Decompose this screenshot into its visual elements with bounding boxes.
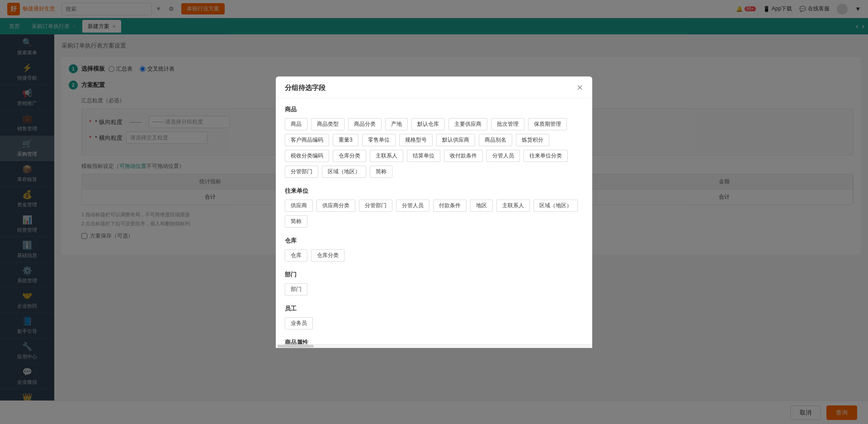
field-tags-4: 业务员 bbox=[285, 317, 583, 329]
modal-title: 分组待选字段 bbox=[285, 84, 326, 92]
field-tag-0-7[interactable]: 保质期管理 bbox=[528, 118, 567, 130]
field-tag-4-0[interactable]: 业务员 bbox=[285, 317, 313, 329]
modal-scroll-x-thumb bbox=[278, 345, 314, 348]
modal-body: 商品商品商品类型商品分类产地默认仓库主要供应商批次管理保质期管理客户商品编码重量… bbox=[276, 98, 592, 345]
modal-scroll-x[interactable] bbox=[276, 344, 592, 348]
field-tag-3-0[interactable]: 部门 bbox=[285, 283, 307, 295]
field-tag-0-4[interactable]: 默认仓库 bbox=[411, 118, 445, 130]
field-tag-0-13[interactable]: 商品别名 bbox=[479, 134, 512, 146]
field-tag-1-4[interactable]: 付款条件 bbox=[433, 200, 467, 212]
field-tag-0-8[interactable]: 客户商品编码 bbox=[285, 134, 329, 146]
modal-overlay: 分组待选字段 ✕ 商品商品商品类型商品分类产地默认仓库主要供应商批次管理保质期管… bbox=[0, 0, 868, 424]
field-tag-1-0[interactable]: 供应商 bbox=[285, 200, 313, 212]
field-tag-1-6[interactable]: 主联系人 bbox=[496, 200, 530, 212]
field-group-2: 仓库仓库仓库分类 bbox=[285, 237, 583, 262]
field-tag-0-21[interactable]: 往来单位分类 bbox=[524, 150, 568, 162]
field-tag-1-1[interactable]: 供应商分类 bbox=[316, 200, 355, 212]
field-group-title-4: 员工 bbox=[285, 305, 583, 313]
field-group-title-2: 仓库 bbox=[285, 237, 583, 245]
field-group-5: 商品属性属性颜色多规格尺码鞋码1 bbox=[285, 338, 583, 345]
field-tag-0-11[interactable]: 规格型号 bbox=[399, 134, 433, 146]
field-tag-0-19[interactable]: 收付款条件 bbox=[444, 150, 483, 162]
field-tags-0: 商品商品类型商品分类产地默认仓库主要供应商批次管理保质期管理客户商品编码重量3零… bbox=[285, 118, 583, 178]
field-tag-0-15[interactable]: 税收分类编码 bbox=[285, 150, 329, 162]
field-tag-2-1[interactable]: 仓库分类 bbox=[311, 249, 344, 262]
field-group-0: 商品商品商品类型商品分类产地默认仓库主要供应商批次管理保质期管理客户商品编码重量… bbox=[285, 105, 583, 178]
modal-header: 分组待选字段 ✕ bbox=[276, 76, 592, 98]
field-tag-0-12[interactable]: 默认供应商 bbox=[436, 134, 475, 146]
field-tag-0-18[interactable]: 结算单位 bbox=[407, 150, 440, 162]
field-group-title-5: 商品属性 bbox=[285, 338, 583, 345]
field-group-title-3: 部门 bbox=[285, 271, 583, 279]
field-tag-1-7[interactable]: 区域（地区） bbox=[533, 200, 578, 212]
field-tag-0-0[interactable]: 商品 bbox=[285, 118, 307, 130]
field-tag-0-17[interactable]: 主联系人 bbox=[370, 150, 403, 162]
modal-close-icon[interactable]: ✕ bbox=[576, 84, 583, 92]
field-tags-3: 部门 bbox=[285, 283, 583, 295]
field-tag-0-3[interactable]: 产地 bbox=[385, 118, 408, 130]
field-tag-0-10[interactable]: 零售单位 bbox=[362, 134, 396, 146]
field-tag-1-2[interactable]: 分管部门 bbox=[359, 200, 392, 212]
field-group-title-0: 商品 bbox=[285, 105, 583, 114]
field-tag-0-9[interactable]: 重量3 bbox=[333, 134, 359, 146]
field-tag-1-5[interactable]: 地区 bbox=[470, 200, 493, 212]
field-tag-0-14[interactable]: 炼货积分 bbox=[516, 134, 549, 146]
field-tag-0-20[interactable]: 分管人员 bbox=[486, 150, 520, 162]
field-tag-0-5[interactable]: 主要供应商 bbox=[448, 118, 487, 130]
field-tag-1-3[interactable]: 分管人员 bbox=[396, 200, 429, 212]
field-tag-0-1[interactable]: 商品类型 bbox=[311, 118, 344, 130]
field-tag-1-8[interactable]: 简称 bbox=[285, 215, 307, 228]
field-tag-0-16[interactable]: 仓库分类 bbox=[333, 150, 366, 162]
field-tag-0-23[interactable]: 区域（地区） bbox=[322, 166, 366, 178]
field-tags-1: 供应商供应商分类分管部门分管人员付款条件地区主联系人区域（地区）简称 bbox=[285, 200, 583, 228]
field-group-title-1: 往来单位 bbox=[285, 187, 583, 195]
field-tag-0-6[interactable]: 批次管理 bbox=[491, 118, 524, 130]
field-tag-0-22[interactable]: 分管部门 bbox=[285, 166, 318, 178]
field-group-4: 员工业务员 bbox=[285, 305, 583, 329]
field-tags-2: 仓库仓库分类 bbox=[285, 249, 583, 262]
field-tag-0-2[interactable]: 商品分类 bbox=[348, 118, 382, 130]
field-tag-0-24[interactable]: 简称 bbox=[370, 166, 392, 178]
modal: 分组待选字段 ✕ 商品商品商品类型商品分类产地默认仓库主要供应商批次管理保质期管… bbox=[276, 76, 592, 348]
field-group-3: 部门部门 bbox=[285, 271, 583, 295]
field-group-1: 往来单位供应商供应商分类分管部门分管人员付款条件地区主联系人区域（地区）简称 bbox=[285, 187, 583, 228]
field-tag-2-0[interactable]: 仓库 bbox=[285, 249, 307, 262]
